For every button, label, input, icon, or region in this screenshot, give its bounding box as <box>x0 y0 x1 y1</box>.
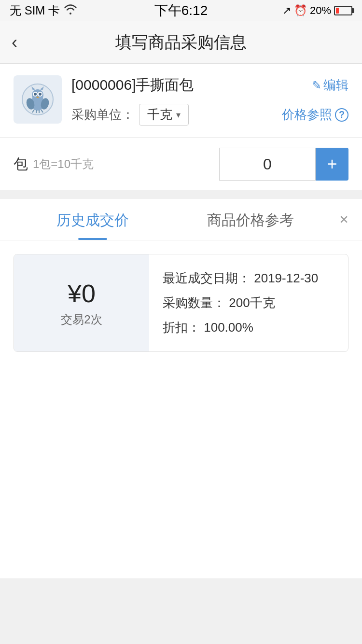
tab-history-price[interactable]: 历史成交价 <box>14 199 172 240</box>
discount-row: 折扣： 100.00% <box>163 318 334 337</box>
svg-point-5 <box>34 93 37 96</box>
history-details: 最近成交日期： 2019-12-30 采购数量： 200千克 折扣： 100.0… <box>149 254 348 351</box>
price-ref-help-icon: ? <box>335 108 348 122</box>
tab-price-reference[interactable]: 商品价格参考 <box>172 199 330 240</box>
product-image <box>14 75 62 124</box>
status-bar: 无 SIM 卡 下午6:12 ↗ ⏰ 20% <box>0 0 362 21</box>
tabs-container: 历史成交价 商品价格参考 × <box>0 199 362 240</box>
quantity-section: 包 1包=10千克 0 + <box>0 138 362 190</box>
purchase-unit-label: 采购单位： <box>71 106 134 123</box>
edit-button[interactable]: ✎ 编辑 <box>312 77 348 94</box>
quantity-value: 0 <box>263 155 272 173</box>
purchase-unit-row: 采购单位： 千克 ▾ 价格参照 ? <box>71 104 348 126</box>
status-time: 下午6:12 <box>154 1 208 20</box>
status-right: ↗ ⏰ 20% <box>282 4 352 17</box>
unit-arrow-icon: ▾ <box>176 110 181 120</box>
back-button[interactable]: ‹ <box>12 32 17 53</box>
wifi-icon <box>64 4 77 17</box>
carrier-text: 无 SIM 卡 <box>10 3 60 18</box>
unit-select[interactable]: 千克 ▾ <box>139 104 189 126</box>
product-info: [0000006]手撕面包 ✎ 编辑 采购单位： 千克 ▾ 价格参照 ? <box>71 75 348 126</box>
discount-label: 折扣： <box>163 320 200 335</box>
alarm-icon: ⏰ <box>294 4 307 17</box>
recent-date-label: 最近成交日期： <box>163 271 251 285</box>
tab-price-ref-label: 商品价格参考 <box>207 212 294 228</box>
discount-value: 100.00% <box>204 320 253 335</box>
svg-point-6 <box>39 93 42 96</box>
purchase-qty-value: 200千克 <box>229 295 275 310</box>
unit-value: 千克 <box>147 106 172 123</box>
status-left: 无 SIM 卡 <box>10 3 77 18</box>
edit-label: 编辑 <box>323 77 348 94</box>
product-header: [0000006]手撕面包 ✎ 编辑 采购单位： 千克 ▾ 价格参照 ? <box>14 75 348 126</box>
product-name-row: [0000006]手撕面包 ✎ 编辑 <box>71 75 348 95</box>
product-card: [0000006]手撕面包 ✎ 编辑 采购单位： 千克 ▾ 价格参照 ? <box>0 64 362 137</box>
unit-conversion: 1包=10千克 <box>33 156 94 172</box>
tab-history-label: 历史成交价 <box>56 212 129 228</box>
battery-percent: 20% <box>310 4 331 17</box>
quantity-left: 包 1包=10千克 <box>14 154 94 174</box>
location-icon: ↗ <box>282 4 291 17</box>
price-reference-button[interactable]: 价格参照 ? <box>282 106 348 123</box>
edit-icon: ✎ <box>312 79 321 92</box>
product-name: [0000006]手撕面包 <box>71 75 194 95</box>
main-content: ¥0 交易2次 最近成交日期： 2019-12-30 采购数量： 200千克 折… <box>0 240 362 578</box>
history-price-block: ¥0 交易2次 <box>14 254 149 351</box>
history-content: ¥0 交易2次 最近成交日期： 2019-12-30 采购数量： 200千克 折… <box>0 240 362 365</box>
page-title: 填写商品采购信息 <box>115 31 247 54</box>
nav-bar: ‹ 填写商品采购信息 <box>0 21 362 64</box>
history-price: ¥0 <box>68 279 96 308</box>
history-card: ¥0 交易2次 最近成交日期： 2019-12-30 采购数量： 200千克 折… <box>14 254 348 352</box>
battery-icon <box>334 6 352 15</box>
quantity-right: 0 + <box>219 148 348 181</box>
tab-active-indicator <box>78 238 107 240</box>
recent-date-row: 最近成交日期： 2019-12-30 <box>163 269 334 288</box>
recent-date-value: 2019-12-30 <box>254 271 318 285</box>
plus-icon: + <box>327 154 337 174</box>
purchase-qty-label: 采购数量： <box>163 295 225 310</box>
quantity-input[interactable]: 0 <box>219 148 316 181</box>
price-ref-label: 价格参照 <box>282 106 332 123</box>
history-trades: 交易2次 <box>61 312 102 327</box>
close-button[interactable]: × <box>330 201 348 238</box>
quantity-plus-button[interactable]: + <box>316 148 348 181</box>
purchase-qty-row: 采购数量： 200千克 <box>163 294 334 312</box>
section-divider <box>0 191 362 199</box>
unit-badge: 包 <box>14 154 28 174</box>
